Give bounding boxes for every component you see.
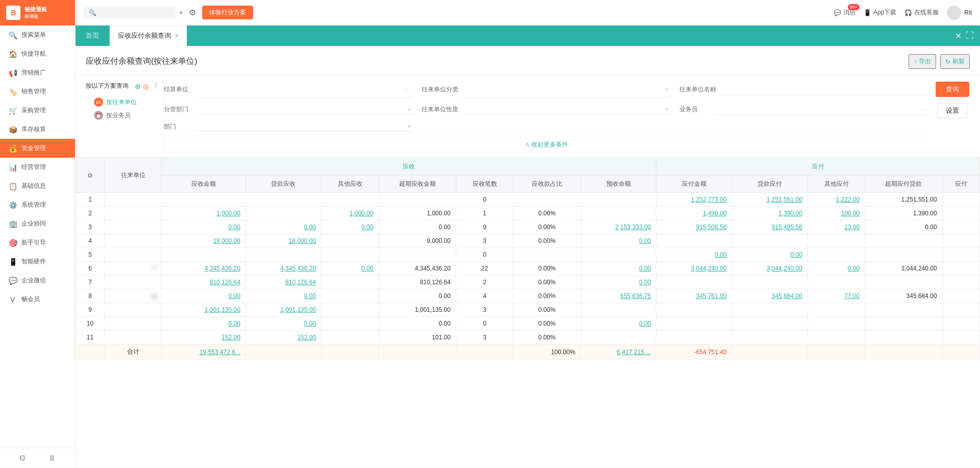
th-ar-count: 应收笔数 [456, 176, 513, 193]
refresh-button[interactable]: ↻ 刷新 [940, 54, 970, 69]
filter-scheme-unit[interactable]: 🏷 按往来单位 [92, 96, 157, 108]
setting-button[interactable]: 设置 [937, 103, 968, 118]
sidebar-item-basic[interactable]: 📋 基础信息 [0, 177, 75, 195]
filter-item-settlement: 结算单位 ··· [164, 82, 413, 97]
sidebar-item-nav[interactable]: 🏠 快捷导航 [0, 44, 75, 63]
tab-active[interactable]: 应收应付余额查询 × [110, 26, 187, 46]
sidebar-item-search[interactable]: 🔍 搜索菜单 [0, 26, 75, 44]
header-gear-icon[interactable]: ⚙ [189, 8, 196, 17]
footer-ap-overdue [865, 344, 942, 360]
finance-icon: 💰 [8, 144, 17, 153]
filter-actions: 查询 设置 [929, 82, 970, 153]
filter-select-salesperson[interactable]: ··· [714, 104, 929, 115]
table-settings-icon[interactable]: ⚙ [87, 172, 93, 179]
footer-no [76, 344, 105, 360]
salesperson-dots-icon[interactable]: ··· [921, 106, 926, 113]
tab-expand-icon[interactable]: ⛶ [966, 31, 974, 40]
filter-scheme-staff[interactable]: ⏰ 按业务员 [92, 110, 157, 121]
sidebar-bottom: ⚙ ⏸ [0, 448, 75, 468]
category-chevron-icon[interactable]: ▾ [666, 87, 668, 92]
filter-collapse-button[interactable]: 《 [151, 82, 157, 90]
table-row: 6^4,345,436.204,345,436.200.004,345,436.… [76, 262, 980, 276]
table-row: 8p0.000.000.0040.00%655,636.75345,761.00… [76, 289, 980, 303]
th-ap-loan: 贷款应付 [732, 176, 807, 193]
sidebar-item-member[interactable]: V 畅会员 [0, 290, 75, 309]
user-profile[interactable]: Rit [947, 6, 972, 20]
filter-select-division[interactable]: ▾ [199, 121, 413, 132]
collapse-more-btn[interactable]: ∧ 收起更多条件 [164, 136, 929, 153]
export-button[interactable]: ↑ 导出 [909, 54, 936, 69]
sidebar-item-system[interactable]: ⚙️ 系统管理 [0, 195, 75, 214]
division-chevron-icon[interactable]: ▾ [408, 124, 410, 129]
sidebar-label-search: 搜索菜单 [21, 31, 46, 39]
footer-ar-amt[interactable]: 19,553,472,6... [162, 344, 246, 360]
sidebar-item-hardware[interactable]: 📱 智能硬件 [0, 252, 75, 271]
query-button[interactable]: 查询 [936, 82, 969, 97]
th-ap-rest: 应付 [942, 176, 979, 193]
table-body: 101,252,773.001,251,551.001,222.001,251,… [76, 193, 980, 344]
filter-select-nature[interactable]: ▾ [462, 105, 671, 115]
tab-bar: 首页 应收应付余额查询 × ✕ ⛶ [76, 26, 980, 46]
app-download-button[interactable]: 📱 App下载 [864, 8, 896, 17]
tab-home[interactable]: 首页 [76, 26, 110, 46]
messages-button[interactable]: 💬 消息 99+ [834, 8, 855, 17]
sidebar-item-finance[interactable]: 💰 资金管理 [0, 139, 75, 158]
wechat-icon: 💬 [8, 277, 17, 285]
header-search-box[interactable]: 🔍 [84, 7, 176, 18]
th-ar-amount: 应收金额 [162, 176, 246, 193]
unitname-input[interactable] [720, 84, 929, 95]
sidebar-label-enterprise: 企业协同 [21, 219, 46, 228]
sidebar-item-operation[interactable]: 📊 经营管理 [0, 158, 75, 177]
filter-label-unitname: 往来单位名称 [679, 85, 716, 94]
footer-ar-pct: 100.00% [513, 344, 581, 360]
filter-label-salesperson: 业务员 [679, 105, 710, 114]
filter-item-unitname: 往来单位名称 [679, 82, 929, 97]
online-service-button[interactable]: 🎧 在线客服 [904, 8, 939, 17]
page-header: 应收应付余额查询(按往来单位) ↑ 导出 ↻ 刷新 [76, 46, 980, 76]
app-logo: B 畅捷通账 标准版 [0, 0, 75, 26]
th-partner: 往来单位 [104, 158, 161, 193]
page-actions: ↑ 导出 ↻ 刷新 [909, 54, 970, 69]
filter-select-category[interactable]: ▾ [462, 82, 671, 97]
footer-ar-other [322, 344, 379, 360]
filter-header: 按以下方案查询 ⊕ ◎ 《 [86, 82, 157, 90]
category-input[interactable] [465, 84, 664, 95]
sidebar-label-sales: 销售管理 [21, 87, 46, 96]
sidebar-item-wechat[interactable]: 💬 企业微信 [0, 271, 75, 290]
promo-button[interactable]: 体验行业方案 [202, 6, 253, 19]
sidebar-item-marketing[interactable]: 📢 营销推广 [0, 63, 75, 82]
filter-input-settlement[interactable]: ··· [199, 82, 413, 97]
table-row: 11152.00152.00101.0030.00% [76, 331, 980, 344]
message-badge: 99+ [848, 4, 860, 10]
sidebar-item-purchase[interactable]: 🛒 采购管理 [0, 101, 75, 120]
nature-chevron-icon[interactable]: ▾ [666, 107, 668, 112]
footer-prepay[interactable]: 6,417,215.... [581, 344, 656, 360]
tab-close-window-icon[interactable]: ✕ [955, 31, 962, 41]
dept-chevron-icon[interactable]: ▾ [408, 107, 410, 112]
home-icon: 🏠 [8, 50, 17, 58]
settings-bottom-icon[interactable]: ⚙ [19, 453, 26, 463]
header-chevron-icon[interactable]: ▾ [180, 9, 183, 16]
footer-ap-loan [732, 344, 807, 360]
settlement-input[interactable] [202, 84, 403, 95]
header-right: 💬 消息 99+ 📱 App下载 🎧 在线客服 Rit [834, 6, 972, 20]
sidebar-item-guide[interactable]: 🎯 新手引导 [0, 233, 75, 252]
sidebar-label-finance: 资金管理 [21, 144, 46, 153]
operation-icon: 📊 [8, 163, 17, 171]
sidebar-item-sales[interactable]: 🏷️ 销售管理 [0, 82, 75, 101]
filter-circle-button[interactable]: ◎ [143, 82, 149, 90]
th-prepay: 预收余额 [581, 176, 656, 193]
table-row: 500.000.00 [76, 248, 980, 262]
filter-add-button[interactable]: ⊕ [135, 82, 141, 90]
sidebar-item-enterprise[interactable]: 🏢 企业协同 [0, 214, 75, 233]
th-ap-other: 其他应付 [807, 176, 865, 193]
collapse-sidebar-icon[interactable]: ⏸ [48, 454, 56, 463]
filter-select-dept[interactable]: ▾ [199, 105, 413, 115]
table-container: ⚙ 往来单位 应收 应付 应收金额 贷款应收 其他应收 超期应收金额 应收笔数 … [76, 158, 980, 360]
tab-close-icon[interactable]: × [175, 32, 179, 39]
sidebar-item-inventory[interactable]: 📦 库存核算 [0, 120, 75, 139]
purchase-icon: 🛒 [8, 107, 17, 115]
table-row: 100.000.000.0000.00%0.00 [76, 317, 980, 331]
settlement-dots-icon[interactable]: ··· [405, 86, 410, 93]
th-settings: ⚙ [76, 158, 105, 193]
